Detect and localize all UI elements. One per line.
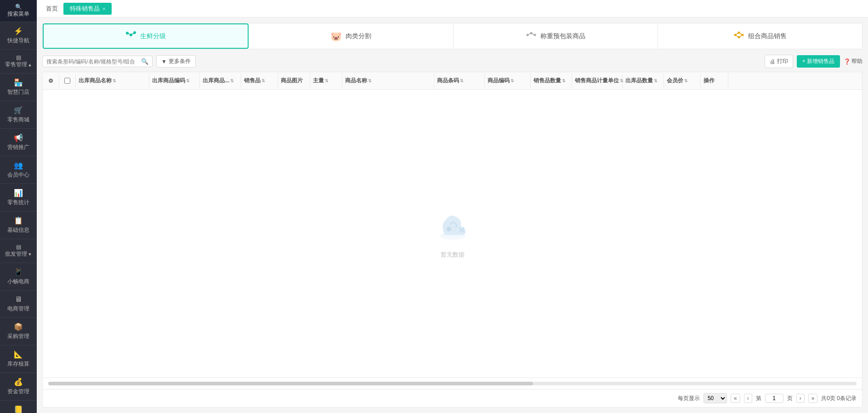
close-icon[interactable]: ×: [102, 6, 105, 11]
sort-icon: ⇅: [230, 79, 234, 83]
cat-tab-combo-sales[interactable]: 组合商品销售: [658, 23, 862, 49]
help-label: 帮助: [851, 57, 862, 65]
toolbar-left: 🔍 ▼ 更多条件: [42, 55, 196, 68]
fresh-grade-icon: [125, 31, 136, 41]
page-label: 第: [756, 395, 761, 402]
th-gear[interactable]: ⚙: [43, 74, 59, 88]
col-label: 会员价: [667, 77, 683, 85]
th-sale-goods[interactable]: 销售品 ⇅: [241, 73, 278, 88]
prev-page-button[interactable]: ‹: [744, 394, 752, 403]
th-member-price[interactable]: 会员价 ⇅: [664, 73, 701, 88]
th-barcode[interactable]: 商品条码 ⇅: [434, 73, 485, 88]
col-label: 销售品数量: [533, 77, 561, 85]
th-out-qty[interactable]: 出库品数量 ⇅: [623, 73, 664, 88]
tab-home[interactable]: 首页: [42, 5, 62, 13]
sidebar-item-wholesale-mgmt[interactable]: ▤ 批发管理 ▼: [0, 239, 37, 263]
sidebar-item-label: 零售管理: [5, 61, 27, 69]
sidebar-item-mini-ecom[interactable]: 📱 小畅电商: [0, 263, 37, 291]
th-out-spec[interactable]: 出库商品... ⇅: [200, 73, 241, 88]
last-page-button[interactable]: »: [808, 394, 818, 403]
category-tabs: 生鲜分级 🐷 肉类分割 称重预包装商品: [42, 23, 862, 49]
filter-icon: ▼: [161, 58, 167, 65]
filter-button[interactable]: ▼ 更多条件: [156, 55, 196, 68]
toolbar-right: 🖨 打印 + 新增销售品 ❓ 帮助: [765, 55, 862, 68]
scroll-thumb[interactable]: [48, 382, 533, 385]
cat-tab-weight-pack[interactable]: 称重预包装商品: [454, 23, 658, 49]
sidebar-item-retail-mall[interactable]: 🛒 零售商城: [0, 101, 37, 129]
sidebar-item-general-ledger[interactable]: 📒 总账管理: [0, 401, 37, 413]
sidebar-item-inventory[interactable]: 📐 库存核算: [0, 345, 37, 373]
horizontal-scrollbar[interactable]: [48, 382, 857, 385]
pagination: 每页显示 50 100 200 « ‹ 第 页 › » 共0页 0条记录: [43, 389, 862, 407]
sort-icon: ⇅: [684, 79, 688, 83]
smart-store-icon: 🏪: [14, 78, 23, 87]
page-size-label: 每页显示: [678, 395, 700, 402]
page-number-input[interactable]: [765, 394, 783, 403]
help-button[interactable]: ❓ 帮助: [844, 57, 862, 65]
sidebar-item-ecom-mgmt[interactable]: 🖥 电商管理: [0, 291, 37, 318]
th-goods-img[interactable]: 商品图片: [278, 73, 310, 88]
sidebar-item-label: 小畅电商: [7, 278, 29, 286]
svg-line-14: [735, 33, 739, 35]
sidebar-item-label: 库存核算: [7, 360, 29, 368]
th-checkbox[interactable]: [59, 74, 76, 87]
table-header: ⚙ 出库商品名称 ⇅ 出库商品编码 ⇅ 出库商品... ⇅: [43, 72, 862, 90]
print-button[interactable]: 🖨 打印: [765, 55, 793, 68]
th-goods-name[interactable]: 商品名称 ⇅: [342, 73, 434, 88]
col-label: 销售商品计量单位: [575, 77, 619, 85]
sidebar-item-label: 采购管理: [7, 333, 29, 340]
total-label: 共0页 0条记录: [821, 395, 857, 402]
empty-illustration: [434, 208, 471, 245]
sidebar-item-purchase-mgmt[interactable]: 📦 采购管理: [0, 318, 37, 345]
main-content: 首页 特殊销售品 × 生鲜分级: [37, 0, 868, 413]
add-sales-item-button[interactable]: + 新增销售品: [797, 55, 840, 68]
select-all-checkbox[interactable]: [64, 78, 70, 84]
sidebar-item-retail-mgmt[interactable]: ▤ 零售管理 ▲: [0, 50, 37, 74]
first-page-button[interactable]: «: [731, 394, 740, 403]
sidebar-item-finance-mgmt[interactable]: 💰 资金管理: [0, 373, 37, 401]
sort-icon: ⇅: [113, 79, 116, 83]
print-icon: 🖨: [770, 58, 775, 65]
cat-tab-label: 生鲜分级: [140, 32, 166, 40]
purchase-mgmt-icon: 📦: [14, 322, 23, 331]
th-sale-unit[interactable]: 销售商品计量单位 ⇅: [572, 73, 623, 88]
sort-icon: ⇅: [368, 79, 372, 83]
sidebar-item-member-center[interactable]: 👥 会员中心: [0, 156, 37, 184]
tab-special-sales[interactable]: 特殊销售品 ×: [63, 3, 112, 15]
sort-icon: ⇅: [325, 79, 329, 83]
th-operation: 操作: [701, 73, 728, 88]
member-center-icon: 👥: [14, 161, 23, 170]
print-label: 打印: [777, 57, 788, 65]
sidebar-item-base-info[interactable]: 📋 基础信息: [0, 212, 37, 239]
sidebar-item-label: 营销推广: [7, 143, 29, 151]
sort-icon: ⇅: [562, 79, 566, 83]
cat-tab-fresh-grade[interactable]: 生鲜分级: [43, 23, 249, 49]
th-goods-code[interactable]: 商品编码 ⇅: [485, 73, 531, 88]
sidebar-search[interactable]: 🔍 搜索菜单: [0, 0, 37, 22]
sidebar-item-retail-stats[interactable]: 📊 零售统计: [0, 184, 37, 212]
weight-pack-icon: [526, 31, 537, 41]
chevron-down-icon: ▲: [28, 63, 32, 67]
search-input[interactable]: [46, 58, 141, 65]
th-out-name[interactable]: 出库商品名称 ⇅: [76, 73, 149, 88]
sort-icon: ⇅: [460, 79, 464, 83]
empty-text: 暂无数据: [441, 251, 465, 259]
sidebar-item-sales-promo[interactable]: 📢 营销推广: [0, 129, 37, 156]
page-size-select[interactable]: 50 100 200: [703, 393, 727, 403]
tab-label: 特殊销售品: [70, 5, 100, 13]
sidebar-item-quick-nav[interactable]: ⚡ 快捷导航: [0, 22, 37, 50]
col-label: 商品编码: [488, 77, 510, 85]
next-page-button[interactable]: ›: [796, 394, 805, 403]
th-out-code[interactable]: 出库商品编码 ⇅: [149, 73, 200, 88]
th-sale-qty[interactable]: 销售品数量 ⇅: [531, 73, 572, 88]
cat-tab-meat-cut[interactable]: 🐷 肉类分割: [249, 23, 453, 49]
sidebar-item-smart-store[interactable]: 🏪 智慧门店: [0, 74, 37, 101]
col-label: 出库商品...: [203, 77, 229, 85]
retail-mgmt-icon: ▤: [16, 54, 21, 61]
th-weight[interactable]: 主量 ⇅: [310, 73, 342, 88]
finance-mgmt-icon: 💰: [14, 378, 23, 386]
sidebar-item-label: 电商管理: [7, 305, 29, 313]
search-box[interactable]: 🔍: [42, 56, 153, 67]
sidebar-item-label: 资金管理: [7, 388, 29, 396]
sort-icon: ⇅: [511, 79, 514, 83]
